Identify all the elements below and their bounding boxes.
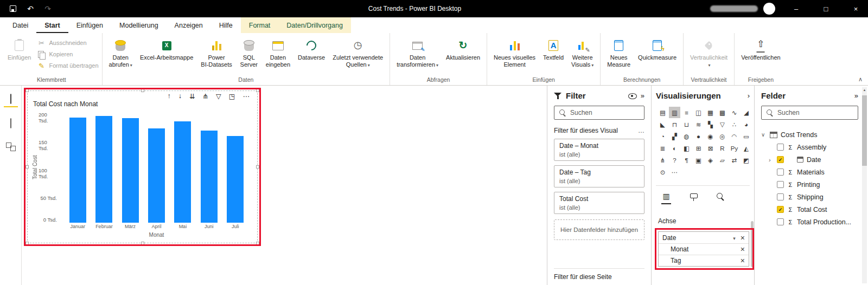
visual-type-icon[interactable]: ▱ (717, 154, 728, 166)
visual-type-icon[interactable]: Py (729, 142, 740, 154)
visual-type-icon[interactable]: ◣ (657, 119, 668, 130)
remove-field-icon[interactable] (741, 256, 745, 265)
ribbon-tab[interactable]: Hilfe (211, 17, 241, 33)
ribbon-button[interactable]: Weitere Visuals (568, 35, 597, 68)
visual-type-icon[interactable]: ¶ (681, 154, 692, 166)
remove-field-icon[interactable] (741, 234, 745, 242)
minimize-button[interactable]: – (784, 0, 808, 17)
eye-icon[interactable] (628, 92, 637, 100)
save-button[interactable] (5, 2, 21, 15)
visual-type-icon[interactable]: ◐ (669, 142, 680, 154)
resize-handle[interactable] (256, 242, 259, 245)
field-checkbox[interactable] (777, 144, 784, 151)
ribbon-button[interactable]: Neues visuelles Element (490, 35, 539, 68)
field-well-item[interactable]: Date (659, 232, 749, 243)
visual-header-icon[interactable]: ⇊ (189, 92, 195, 100)
collapse-pane-icon[interactable]: » (854, 92, 858, 100)
visual-type-icon[interactable]: ◉ (705, 131, 716, 142)
visual-type-icon[interactable]: ∴ (729, 119, 740, 130)
view-nav-item[interactable] (4, 140, 18, 155)
visual-type-icon[interactable]: ▽ (717, 119, 728, 130)
ribbon-button[interactable]: Excel-Arbeitsmappe (137, 35, 196, 68)
visual-type-icon[interactable]: ◩ (741, 154, 752, 166)
field-row[interactable]: Σ Printing (761, 178, 858, 191)
bar[interactable] (95, 116, 112, 223)
fields-search-input[interactable] (777, 109, 853, 116)
ribbon-button[interactable]: Daten abrufen (106, 35, 136, 68)
visual-type-icon[interactable]: ▦ (705, 107, 716, 118)
redo-button[interactable]: ↷ (40, 2, 55, 15)
bar[interactable] (148, 128, 165, 223)
field-checkbox[interactable] (777, 218, 784, 225)
visual-type-icon[interactable]: ◠ (729, 131, 740, 142)
resize-handle[interactable] (141, 89, 144, 92)
visual-type-icon[interactable]: ≣ (657, 142, 668, 154)
visual-type-icon[interactable]: ● (693, 131, 704, 142)
visual-type-icon[interactable]: ⋯ (669, 166, 680, 178)
scroll-up-icon[interactable]: ▴ (862, 88, 867, 92)
visual-type-icon[interactable]: ▭ (741, 131, 752, 142)
visual-type-icon[interactable]: ◭ (741, 142, 752, 154)
visual-type-icon[interactable]: ≋ (693, 119, 704, 130)
ribbon-tab[interactable]: Einfügen (68, 17, 111, 33)
more-options-icon[interactable]: … (638, 127, 644, 134)
ribbon-tab[interactable]: Datei (4, 17, 36, 33)
filter-card[interactable]: Total Cost ist (alle) (554, 192, 644, 214)
visual-type-icon[interactable]: ◈ (705, 154, 716, 166)
collapse-pane-icon[interactable]: › (748, 92, 750, 100)
visual-type-icon[interactable]: ▞ (669, 131, 680, 142)
resize-handle[interactable] (25, 89, 29, 92)
close-button[interactable]: × (844, 0, 868, 17)
visual-type-icon[interactable]: ⊠ (705, 142, 716, 154)
field-row[interactable]: Σ Materials (761, 166, 858, 178)
visual-type-icon[interactable]: ◔ (657, 131, 668, 142)
field-row[interactable]: Σ Shipping (761, 191, 858, 203)
pane-subtab[interactable] (688, 191, 698, 204)
visual-type-icon[interactable]: ⊞ (693, 142, 704, 154)
ribbon-button[interactable]: Textfeld (540, 35, 567, 68)
bar-chart-visual[interactable]: ↑ ↓ ⇊ ⋔ ▽ ◳ ⋯ Total Cost nach Monat (27, 90, 258, 243)
view-nav-item[interactable] (4, 92, 18, 107)
visual-header-icon[interactable]: ⋯ (243, 92, 250, 100)
field-checkbox[interactable] (777, 156, 784, 163)
chevron-down-icon[interactable] (733, 234, 741, 242)
visual-header-icon[interactable]: ↓ (178, 92, 182, 100)
visual-header-icon[interactable]: ▽ (216, 92, 221, 100)
visual-type-icon[interactable]: ◎ (717, 131, 728, 142)
resize-handle[interactable] (25, 242, 29, 245)
visual-type-icon[interactable]: ▩ (717, 107, 728, 118)
field-row[interactable]: Σ Total Cost (761, 203, 858, 216)
visual-type-icon[interactable]: ? (669, 154, 680, 166)
ribbon-tab[interactable]: Modellierung (111, 17, 167, 33)
ribbon-tab[interactable]: Start (36, 17, 68, 33)
field-well-item[interactable]: Monat (659, 243, 749, 255)
field-checkbox[interactable] (777, 193, 784, 200)
ribbon-button[interactable]: SQL Server (237, 35, 261, 68)
visual-type-icon[interactable]: R (717, 142, 728, 154)
visual-header-icon[interactable]: ◳ (229, 92, 235, 100)
visual-type-icon[interactable]: ≡ (681, 107, 692, 118)
filter-card[interactable]: Date – Tag ist (alle) (554, 165, 644, 187)
scrollbar-thumb[interactable] (751, 221, 754, 267)
chevron-right-icon[interactable] (769, 157, 774, 163)
filter-drop-area[interactable]: Hier Datenfelder hinzufügen (554, 219, 644, 240)
pane-subtab[interactable] (716, 191, 725, 204)
report-canvas[interactable]: ↑ ↓ ⇊ ⋔ ▽ ◳ ⋯ Total Cost nach Monat (22, 86, 547, 285)
field-checkbox[interactable] (777, 206, 784, 213)
ribbon-tab[interactable]: Daten/Drillvorgang (278, 17, 351, 33)
filter-search-input[interactable] (570, 109, 640, 116)
field-row[interactable]: Date (761, 153, 858, 166)
field-well-item[interactable]: Tag (659, 255, 749, 266)
ribbon-button[interactable]: Neues Measure (604, 35, 634, 68)
undo-button[interactable]: ↶ (23, 2, 38, 15)
collapse-pane-icon[interactable]: » (641, 92, 644, 100)
ribbon-button[interactable]: Daten transformieren (393, 35, 442, 68)
resize-handle[interactable] (141, 242, 144, 245)
ribbon-button[interactable]: Daten eingeben (263, 35, 293, 68)
ribbon-button[interactable]: Power BI-Datasets (197, 35, 235, 68)
field-row[interactable]: Σ Assembly (761, 141, 858, 153)
ribbon-button[interactable]: Zuletzt verwendete Quellen (329, 35, 386, 68)
maximize-button[interactable]: □ (814, 0, 838, 17)
pane-subtab[interactable]: ▥ (661, 191, 671, 204)
copy-button[interactable]: Kopieren (36, 50, 98, 59)
